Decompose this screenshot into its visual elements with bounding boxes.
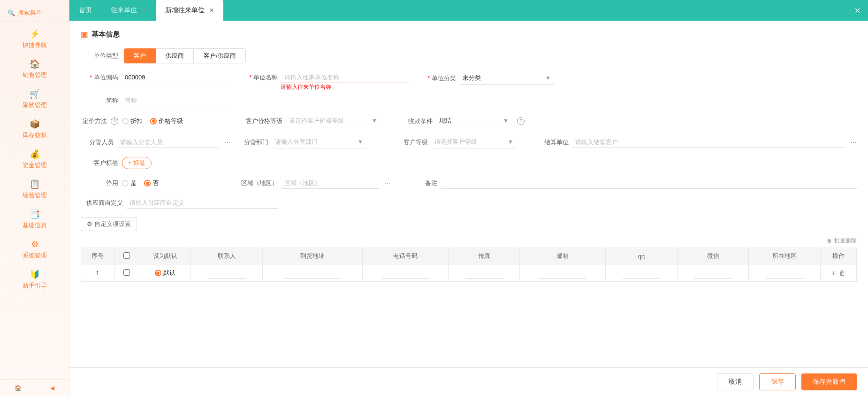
row-phone [362,264,448,282]
sidebar-item-basic-info[interactable]: 📑 基础信息 [0,204,69,234]
batch-delete-button[interactable]: 🗑 批量删除 [827,237,857,245]
row-address [262,264,362,282]
remark-input[interactable] [441,178,857,189]
pricing-radio-discount[interactable]: 折扣 [122,117,143,125]
shortname-row: 简称 [81,95,857,106]
tab-new-partner-close[interactable]: ✕ [209,7,214,14]
system-icon: ⚙ [31,239,38,249]
guide-icon: 🔰 [30,269,40,280]
row-checkbox[interactable] [123,269,130,276]
unit-name-input[interactable] [282,72,409,83]
save-new-button[interactable]: 保存并新增 [801,373,857,390]
department-select[interactable]: 请输入分管部门 ▼ [272,136,366,148]
pricing-method-label: 定价方法 ? [81,117,118,125]
tab-bar-close[interactable]: ✕ [854,6,868,15]
table-row: 1 默认 [81,264,857,282]
row-qq-input[interactable] [623,267,660,279]
disabled-radio-yes[interactable]: 是 [122,179,137,187]
tab-new-partner-label: 新增往来单位 [165,6,205,15]
short-name-input[interactable] [122,95,231,106]
tab-partners-close[interactable]: ✕ [142,7,146,14]
customer-tag-field: 客户标签 + 标签 [81,157,857,169]
sidebar-item-inventory[interactable]: 📦 库存核算 [0,114,69,144]
tab-new-partner[interactable]: 新增往来单位 ✕ [156,0,223,21]
manager-more-icon[interactable]: ··· [225,138,231,147]
row-delete-icon[interactable]: 🗑 [839,269,845,277]
tab-home[interactable]: 首页 [69,0,101,21]
sidebar-item-sales[interactable]: 🏠 销售管理 [0,54,69,84]
manager-label: 分管人员 [81,138,114,147]
row-address-input[interactable] [284,267,341,279]
section-icon: ▣ [81,30,88,39]
pricing-method-info-icon[interactable]: ? [111,117,118,125]
save-button[interactable]: 保存 [759,373,796,390]
unit-type-both[interactable]: 客户/供应商 [194,48,246,63]
customer-price-level-select[interactable]: 请选择客户价格等级 ▼ [286,115,380,127]
row-wechat-input[interactable] [694,267,732,279]
row-add-icon[interactable]: + [831,269,835,277]
sidebar-search-label: 搜索菜单 [18,8,42,17]
sidebar-item-guide[interactable]: 🔰 新手引导 [0,264,69,295]
settlement-unit-more-icon[interactable]: ··· [851,138,857,147]
settlement-unit-field: 结算单位 ··· [541,137,857,148]
row-region-input[interactable] [766,267,803,279]
unit-type-customer[interactable]: 客户 [124,48,156,63]
col-default: 设为默认 [139,248,190,264]
customer-level-select[interactable]: 请选择客户等级 ▼ [432,136,516,148]
row-email-input[interactable] [539,267,586,279]
sidebar-item-label: 销售管理 [23,71,47,79]
unit-code-input[interactable] [122,72,231,83]
row-default-radio[interactable]: 默认 [144,269,186,277]
row-fax [448,264,520,282]
row-fax-input[interactable] [465,267,503,279]
payment-terms-select[interactable]: 现结 ▼ [436,115,511,127]
unit-name-error: 请输入往来单位名称 [281,84,331,90]
unit-category-select[interactable]: 未分类 ▼ [460,72,554,85]
short-name-label: 简称 [81,96,118,105]
sidebar-item-label: 快捷导航 [23,41,47,49]
payment-terms-info-icon[interactable]: ? [517,117,525,125]
custom-settings-button[interactable]: ⚙ 自定义项设置 [81,217,137,231]
department-field: 分管部门 请输入分管部门 ▼ [240,136,390,148]
level-radio-circle [150,118,157,124]
sidebar-item-operations[interactable]: 📋 经营管理 [0,174,69,204]
select-all-checkbox[interactable] [123,252,130,259]
sidebar-item-finance[interactable]: 💰 资金管理 [0,144,69,174]
tab-partners[interactable]: 往来单位 ✕ [101,0,156,21]
settlement-unit-input[interactable] [572,137,845,148]
row-wechat [677,264,749,282]
row-phone-input[interactable] [382,267,429,279]
basic-info-icon: 📑 [30,209,40,219]
row-default-cell: 默认 [139,264,190,282]
quick-nav-icon: ⚡ [30,29,40,39]
finance-icon: 💰 [30,149,40,159]
unit-category-value: 未分类 [463,74,481,82]
sidebar-item-system[interactable]: ⚙ 系统管理 [0,234,69,264]
department-label: 分管部门 [240,138,268,147]
col-region: 所在地区 [749,248,821,264]
customer-level-label: 客户等级 [400,138,428,147]
sidebar-collapse-btn[interactable]: ◀ [50,385,54,391]
unit-type-supplier[interactable]: 供应商 [156,48,194,63]
customer-level-placeholder: 请选择客户等级 [434,138,477,146]
purchase-icon: 🛒 [30,89,40,99]
region-more-icon[interactable]: ··· [384,179,390,187]
region-input[interactable] [282,178,379,189]
supplier-custom-row: 供应商自定义 [81,197,857,209]
sidebar-home-btn[interactable]: 🏠 [15,385,22,391]
cancel-button[interactable]: 取消 [717,373,754,390]
sidebar-item-purchase[interactable]: 🛒 采购管理 [0,84,69,114]
pricing-radio-level[interactable]: 价格等级 [150,117,183,125]
sidebar-item-quick-nav[interactable]: ⚡ 快捷导航 [0,24,69,54]
pricing-radio-group: 折扣 价格等级 [122,117,183,125]
sidebar-search[interactable]: 🔍 搜索菜单 [0,4,69,22]
section-header: ▣ 基本信息 [81,30,857,39]
row-contact-input[interactable] [208,267,245,279]
col-action: 操作 [821,248,857,264]
disabled-radio-no[interactable]: 否 [144,179,159,187]
unit-type-field: 单位类型 客户 供应商 客户/供应商 [81,48,246,63]
supplier-custom-input[interactable] [127,197,278,209]
add-tag-button[interactable]: + 标签 [122,157,152,169]
customer-price-level-chevron: ▼ [372,117,377,124]
manager-input[interactable] [117,137,219,148]
